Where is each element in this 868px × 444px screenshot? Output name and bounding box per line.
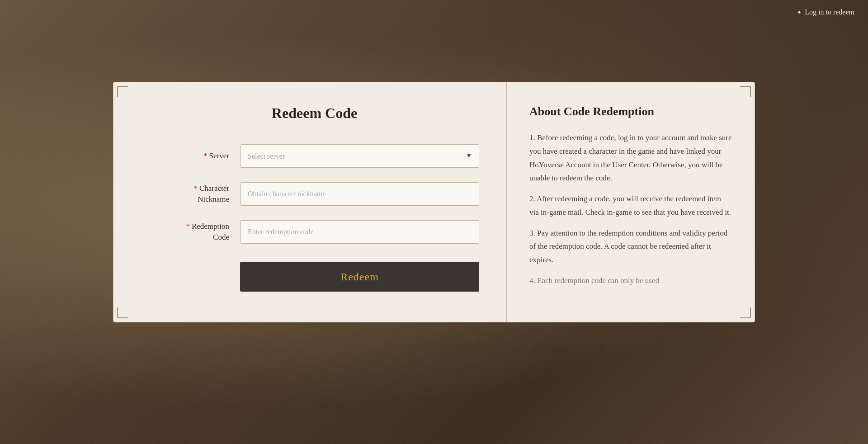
info-panel: About Code Redemption 1. Before redeemin… [507, 82, 755, 322]
redemption-code-input[interactable] [240, 220, 479, 244]
corner-decoration-br [740, 307, 751, 318]
server-select-wrapper: Select server ▼ [240, 144, 479, 168]
modal-card: Redeem Code *Server Select server ▼ *Cha… [113, 82, 755, 322]
server-form-group: *Server Select server ▼ [150, 144, 479, 168]
top-bar: ✦ Log in to redeem [783, 0, 868, 24]
nickname-form-group: *CharacterNickname [150, 182, 479, 206]
corner-decoration-tl [117, 86, 128, 97]
nickname-input[interactable] [240, 182, 479, 206]
info-title: About Code Redemption [529, 105, 732, 118]
star-icon: ✦ [797, 9, 802, 16]
info-point-1: 1. Before redeeming a code, log in to yo… [529, 131, 732, 185]
redeem-button[interactable]: Redeem [240, 262, 479, 292]
corner-decoration-bl [117, 307, 128, 318]
redemption-required-star: * [186, 222, 190, 231]
login-link[interactable]: ✦ Log in to redeem [797, 8, 854, 16]
form-title: Redeem Code [150, 105, 479, 122]
redemption-form-group: *RedemptionCode [150, 220, 479, 244]
server-required-star: * [203, 151, 208, 160]
corner-decoration-tr [740, 86, 751, 97]
login-label: Log in to redeem [805, 8, 854, 16]
server-label: *Server [150, 151, 240, 161]
info-text: 1. Before redeeming a code, log in to yo… [529, 131, 732, 288]
modal-wrapper: Redeem Code *Server Select server ▼ *Cha… [113, 82, 755, 362]
server-select[interactable]: Select server [240, 144, 479, 168]
info-point-3: 3. Pay attention to the redemption condi… [529, 227, 732, 267]
nickname-label: *CharacterNickname [150, 183, 240, 205]
form-panel: Redeem Code *Server Select server ▼ *Cha… [113, 82, 507, 322]
redemption-label: *RedemptionCode [150, 221, 240, 243]
nickname-required-star: * [193, 184, 198, 193]
info-point-4: 4. Each redemption code can only be used [529, 274, 732, 288]
info-point-2: 2. After redeeming a code, you will rece… [529, 192, 732, 219]
